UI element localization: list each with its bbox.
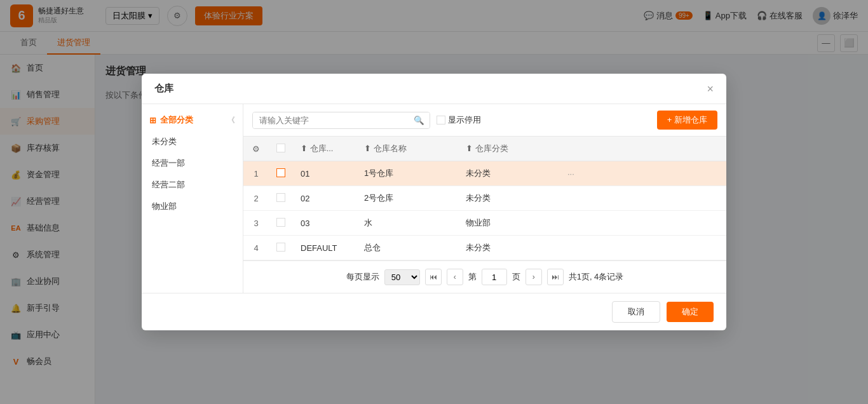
row-checkbox[interactable] xyxy=(269,236,293,260)
row-category: 未分类 xyxy=(458,236,560,260)
page-input[interactable] xyxy=(482,269,507,285)
row-num: 1 xyxy=(243,161,269,186)
table-row: 3 03 水 物业部 xyxy=(243,211,726,236)
category-all-item[interactable]: ⊞ 全部分类 xyxy=(149,114,193,126)
dialog-title: 仓库 xyxy=(154,83,173,95)
warehouse-dialog: 仓库 × ⊞ 全部分类 《 未分类 经营一部 xyxy=(142,74,726,330)
category-panel: ⊞ 全部分类 《 未分类 经营一部 经营二部 物业部 xyxy=(142,104,243,293)
row-name: 总仓 xyxy=(356,236,458,260)
row-code: DEFAULT xyxy=(293,236,356,260)
pagination: 每页显示 50 20 100 ⏮ ‹ 第 页 › ⏭ 共1页, 4条记录 xyxy=(243,260,726,293)
row-num: 4 xyxy=(243,236,269,260)
sort-icon3: ⬆ xyxy=(466,144,473,153)
table-toolbar: 🔍 显示停用 + 新增仓库 xyxy=(243,104,726,137)
dialog-close-button[interactable]: × xyxy=(707,83,714,95)
th-category: ⬆ 仓库分类 xyxy=(458,137,560,161)
grid-icon: ⊞ xyxy=(149,116,156,125)
row-name: 水 xyxy=(356,211,458,236)
table-row: 4 DEFAULT 总仓 未分类 xyxy=(243,236,726,260)
th-gear: ⚙ xyxy=(243,137,269,161)
last-page-button[interactable]: ⏭ xyxy=(547,269,564,285)
row-checkbox[interactable] xyxy=(269,186,293,211)
category-item-unclassified[interactable]: 未分类 xyxy=(142,131,243,152)
row-num: 2 xyxy=(243,186,269,211)
page-label: 第 xyxy=(468,271,477,283)
th-code: ⬆ 仓库... xyxy=(293,137,356,161)
per-page-select[interactable]: 50 20 100 xyxy=(384,269,420,285)
search-icon-button[interactable]: 🔍 xyxy=(409,112,430,128)
category-item-dept1[interactable]: 经营一部 xyxy=(142,152,243,174)
show-disabled-checkbox[interactable] xyxy=(437,116,445,125)
add-warehouse-button[interactable]: + 新增仓库 xyxy=(657,111,717,130)
row-category: 物业部 xyxy=(458,211,560,236)
row-code: 01 xyxy=(293,161,356,186)
row-more[interactable] xyxy=(560,211,726,236)
warehouse-table: ⚙ ⬆ 仓库... ⬆ 仓库名称 xyxy=(243,137,726,260)
row-code: 03 xyxy=(293,211,356,236)
row-name: 2号仓库 xyxy=(356,186,458,211)
th-actions xyxy=(560,137,726,161)
th-checkbox xyxy=(269,137,293,161)
table-row: 2 02 2号仓库 未分类 xyxy=(243,186,726,211)
next-page-button[interactable]: › xyxy=(526,269,542,285)
first-page-button[interactable]: ⏮ xyxy=(425,269,442,285)
th-name: ⬆ 仓库名称 xyxy=(356,137,458,161)
sort-icon2: ⬆ xyxy=(364,144,371,153)
table-row: 1 01 1号仓库 未分类 ··· xyxy=(243,161,726,186)
row-more[interactable] xyxy=(560,236,726,260)
dialog-header: 仓库 × xyxy=(142,74,726,104)
cancel-button[interactable]: 取消 xyxy=(612,301,660,323)
modal-overlay: 仓库 × ⊞ 全部分类 《 未分类 经营一部 xyxy=(0,0,868,404)
show-disabled-label[interactable]: 显示停用 xyxy=(437,114,481,126)
total-label: 共1页, 4条记录 xyxy=(569,271,624,283)
data-table: ⚙ ⬆ 仓库... ⬆ 仓库名称 xyxy=(243,137,726,260)
row-more[interactable]: ··· xyxy=(560,161,726,186)
row-code: 02 xyxy=(293,186,356,211)
sort-icon: ⬆ xyxy=(301,144,308,153)
collapse-button[interactable]: 《 xyxy=(227,115,235,126)
table-body: 1 01 1号仓库 未分类 ··· 2 02 2 xyxy=(243,161,726,260)
category-header: ⊞ 全部分类 《 xyxy=(142,109,243,131)
table-head: ⚙ ⬆ 仓库... ⬆ 仓库名称 xyxy=(243,137,726,161)
dialog-body: ⊞ 全部分类 《 未分类 经营一部 经营二部 物业部 xyxy=(142,104,726,293)
row-category: 未分类 xyxy=(458,186,560,211)
row-category: 未分类 xyxy=(458,161,560,186)
prev-page-button[interactable]: ‹ xyxy=(447,269,463,285)
row-checkbox[interactable] xyxy=(269,211,293,236)
row-checkbox[interactable] xyxy=(269,161,293,186)
row-name: 1号仓库 xyxy=(356,161,458,186)
search-input[interactable] xyxy=(253,112,409,128)
search-box: 🔍 xyxy=(252,112,430,129)
confirm-button[interactable]: 确定 xyxy=(667,302,714,322)
row-more[interactable] xyxy=(560,186,726,211)
per-page-label: 每页显示 xyxy=(346,271,379,283)
page-unit: 页 xyxy=(512,271,520,283)
dialog-footer: 取消 确定 xyxy=(142,293,726,330)
category-item-property[interactable]: 物业部 xyxy=(142,196,243,217)
row-num: 3 xyxy=(243,211,269,236)
table-panel: 🔍 显示停用 + 新增仓库 ⚙ xyxy=(243,104,726,293)
category-item-dept2[interactable]: 经营二部 xyxy=(142,174,243,196)
